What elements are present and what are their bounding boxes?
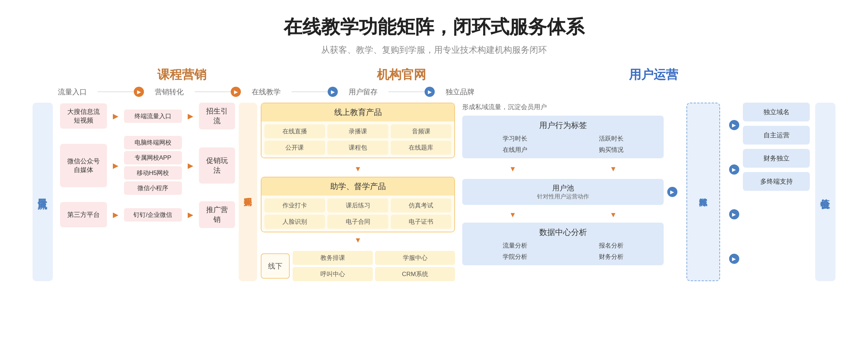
arrow-1: ▶ — [98, 87, 144, 97]
analysis-4: 财务分析 — [565, 253, 658, 261]
analysis-grid: 流量分析 报名分析 学院分析 财务分析 — [468, 241, 658, 261]
stage-retention: 用户留存 — [349, 87, 378, 97]
brand-item-4: 多终端支持 — [743, 172, 810, 191]
channel-col-1: 终端流量入口 — [124, 110, 182, 123]
blue-arrow-4c: ▶ — [729, 209, 739, 219]
mini-arrow-1b: ▶ — [188, 112, 193, 120]
sub-title: 从获客、教学、复购到学服，用专业技术构建机构服务闭环 — [22, 44, 846, 56]
assist-block: 助学、督学产品 作业打卡 课后练习 仿真考试 人脸识别 电子合同 电子证书 — [261, 177, 455, 232]
tag-3: 在线用户 — [468, 146, 561, 154]
orange-arrow-2: ▶ — [231, 87, 241, 97]
down-arrow-2: ▼ — [261, 236, 455, 244]
down-arrow-1: ▼ — [261, 165, 455, 173]
brand-section: 独立域名 自主运营 财务独立 多终端支持 — [743, 103, 810, 281]
mini-arrow-3b: ▶ — [188, 210, 193, 219]
stage-online: 在线教学 — [252, 87, 281, 97]
down-arrow-3b: ▼ — [610, 165, 617, 173]
stage-marketing-text: 营销转化 — [155, 87, 184, 97]
traffic-row-1: 大搜信息流短视频 ▶ 终端流量入口 ▶ 招生引流 — [60, 103, 235, 129]
analysis-1: 流量分析 — [468, 241, 561, 250]
convert-3: 推广营销 — [199, 201, 235, 228]
user-tag-title: 用户行为标签 — [468, 120, 658, 131]
stage-traffic: 流量入口 — [58, 87, 87, 97]
product-item-4: 公开课 — [264, 141, 326, 155]
assist-item-5: 电子合同 — [327, 215, 388, 229]
channel-1-1: 终端流量入口 — [124, 110, 182, 123]
source-3: 第三方平台 — [60, 202, 107, 227]
blue-arrow-3: ▶ — [667, 187, 677, 197]
blue-arrow-4b: ▶ — [729, 164, 739, 175]
tag-2: 活跃时长 — [565, 134, 658, 143]
product-item-6: 在线题库 — [391, 141, 452, 155]
offline-items: 教务排课 学服中心 呼叫中心 CRM系统 — [293, 251, 455, 281]
tag-grid: 学习时长 活跃时长 在线用户 购买情况 — [468, 134, 658, 154]
brand-item-1: 独立域名 — [743, 103, 810, 121]
source-2: 微信公众号自媒体 — [60, 144, 107, 187]
data-analysis-title: 数据中心分析 — [468, 227, 658, 238]
marketing-section: 大搜信息流短视频 ▶ 终端流量入口 ▶ 招生引流 微信公众号自媒体 ▶ 电脑终端… — [60, 103, 235, 281]
blue-arrow-4d: ▶ — [729, 254, 739, 264]
product-block: 线上教育产品 在线直播 录播课 音频课 公开课 课程包 在线题库 — [261, 103, 455, 158]
user-tag-block: 用户行为标签 学习时长 活跃时长 在线用户 购买情况 — [462, 116, 663, 158]
arrow-2: ▶ — [195, 87, 241, 97]
header: 在线教学功能矩阵，闭环式服务体系 从获客、教学、复购到学服，用专业技术构建机构服… — [22, 14, 846, 56]
stage-marketing: 营销转化 — [155, 87, 184, 97]
mini-arrow-2: ▶ — [113, 161, 118, 170]
offline-label: 线下 — [261, 253, 290, 279]
private-matrix-label: 私域矩阵 — [686, 103, 720, 281]
channel-col-2: 电脑终端网校 专属网校APP 移动H5网校 微信小程序 — [124, 136, 182, 195]
product-item-3: 音频课 — [391, 124, 452, 138]
stage-brand: 独立品牌 — [446, 87, 475, 97]
user-pool-title: 用户池 — [468, 183, 658, 193]
product-block-header: 线上教育产品 — [261, 103, 455, 121]
assist-item-2: 课后练习 — [327, 198, 388, 213]
brand-item-2: 自主运营 — [743, 126, 810, 145]
arrow-3: ▶ — [292, 87, 338, 97]
channel-2-2: 专属网校APP — [124, 151, 182, 164]
user-private-text: 形成私域流量，沉淀会员用户 — [462, 103, 663, 111]
blue-arrow-4a: ▶ — [729, 120, 739, 130]
traffic-row-3: 第三方平台 ▶ 钉钉/企业微信 ▶ 推广营销 — [60, 201, 235, 228]
offline-item-2: 学服中心 — [375, 251, 455, 265]
stage-traffic-text: 流量入口 — [58, 87, 87, 97]
traffic-row-2: 微信公众号自媒体 ▶ 电脑终端网校 专属网校APP 移动H5网校 微信小程序 ▶… — [60, 136, 235, 195]
stage-online-text: 在线教学 — [252, 87, 281, 97]
blue-arrow-1: ▶ — [328, 87, 338, 97]
user-section: 形成私域流量，沉淀会员用户 用户行为标签 学习时长 活跃时长 在线用户 购买情况… — [462, 103, 663, 281]
down-arrow-4b: ▼ — [610, 211, 617, 219]
brand-item-3: 财务独立 — [743, 149, 810, 168]
assist-item-1: 作业打卡 — [264, 198, 326, 213]
channel-col-3: 钉钉/企业微信 — [124, 208, 182, 222]
data-analysis-block: 数据中心分析 流量分析 报名分析 学院分析 财务分析 — [462, 223, 663, 265]
product-item-1: 在线直播 — [264, 124, 326, 138]
assist-grid: 作业打卡 课后练习 仿真考试 人脸识别 电子合同 电子证书 — [261, 196, 455, 232]
main-content: 流量入口 大搜信息流短视频 ▶ 终端流量入口 ▶ 招生引流 微信公众号自媒体 ▶… — [22, 103, 846, 281]
assist-block-header: 助学、督学产品 — [261, 177, 455, 196]
stages-row: 流量入口 ▶ 营销转化 ▶ 在线教学 ▶ 用户留存 — [58, 87, 846, 97]
assist-item-3: 仿真考试 — [391, 198, 452, 213]
product-item-5: 课程包 — [327, 141, 388, 155]
down-arrow-3a: ▼ — [509, 165, 516, 173]
analysis-2: 报名分析 — [565, 241, 658, 250]
page: 在线教学功能矩阵，闭环式服务体系 从获客、教学、复购到学服，用专业技术构建机构服… — [0, 0, 868, 296]
online-section: 线上教育产品 在线直播 录播课 音频课 公开课 课程包 在线题库 ▼ 助学、督学… — [261, 103, 455, 281]
main-title: 在线教学功能矩阵，闭环式服务体系 — [22, 14, 846, 40]
tag-1: 学习时长 — [468, 134, 561, 143]
course-buy-label: 课程购买 — [239, 103, 257, 281]
arrow-4: ▶ — [388, 87, 435, 97]
mini-arrow-2b: ▶ — [188, 161, 193, 170]
tag-4: 购买情况 — [565, 146, 658, 154]
offline-row: 线下 教务排课 学服中心 呼叫中心 CRM系统 — [261, 251, 455, 281]
user-pool-sub: 针对性用户运营动作 — [468, 193, 658, 201]
channel-3-1: 钉钉/企业微信 — [124, 208, 182, 222]
channel-2-4: 微信小程序 — [124, 181, 182, 195]
user-pool-box: 用户池 针对性用户运营动作 — [462, 179, 663, 205]
right-label: 社会价值 — [815, 103, 835, 281]
assist-item-6: 电子证书 — [391, 215, 452, 229]
convert-2: 促销玩法 — [199, 147, 235, 184]
left-label: 流量入口 — [33, 103, 53, 281]
section-label-operation: 用户运营 — [527, 66, 780, 83]
offline-item-3: 呼叫中心 — [293, 267, 373, 281]
assist-item-4: 人脸识别 — [264, 215, 326, 229]
product-item-2: 录播课 — [327, 124, 388, 138]
